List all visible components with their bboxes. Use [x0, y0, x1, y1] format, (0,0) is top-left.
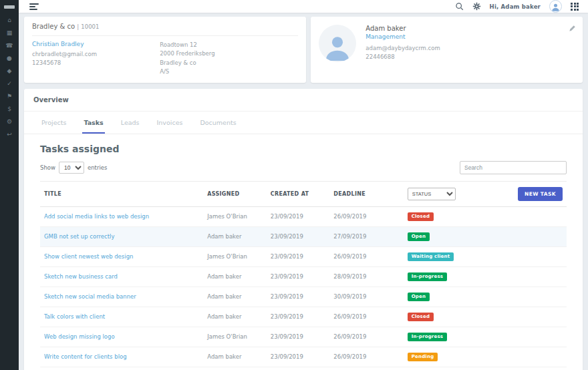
company-number: 10001 [81, 23, 99, 30]
cell-created: 23/09/2019 [267, 246, 330, 266]
cell-assigned: Adam baker [203, 287, 267, 307]
task-title-link[interactable]: Sketch new social media banner [44, 293, 136, 300]
tab-tasks[interactable]: Tasks [82, 112, 104, 134]
status-filter-select[interactable]: STATUS [408, 188, 456, 200]
user-card: Adam baker Management adam@daybydaycrm.c… [311, 17, 583, 83]
tab-documents[interactable]: Documents [198, 112, 237, 134]
table-row: Show client newest web designJames O'Bri… [40, 246, 567, 266]
task-title-link[interactable]: Write content for clients blog [44, 353, 127, 360]
new-task-button[interactable]: NEW TASK [518, 187, 563, 201]
cell-assigned: James O'Brian [203, 246, 267, 266]
logout-icon[interactable]: ↩ [0, 131, 19, 138]
clients-icon[interactable]: ☎ [0, 42, 19, 49]
client-card: Bradley & co | 10001 Christian Bradley c… [24, 17, 306, 83]
tab-leads[interactable]: Leads [120, 112, 141, 134]
dashboard-icon[interactable]: ⌂ [0, 17, 19, 23]
show-label: Show [40, 164, 55, 171]
user-role-link[interactable]: Management [365, 33, 440, 40]
edit-pencil-icon[interactable] [569, 22, 576, 35]
entries-label: entries [88, 164, 107, 171]
cell-created: 23/09/2019 [267, 307, 330, 327]
tasks-icon[interactable]: ✓ [0, 80, 19, 87]
cell-deadline: 27/09/2019 [329, 226, 403, 246]
table-row: Add social media links to web designJame… [40, 206, 567, 226]
cell-deadline: 30/09/2019 [329, 287, 403, 307]
address-line: A/S [160, 67, 298, 76]
cell-assigned: James O'Brian [203, 327, 267, 347]
table-row: GMB not set up correctlyAdam baker23/09/… [40, 226, 567, 246]
gear-icon[interactable] [472, 2, 481, 11]
contacts-icon[interactable]: ● [0, 55, 19, 61]
cell-created: 23/09/2019 [267, 206, 330, 226]
cell-deadline: 26/09/2019 [329, 327, 403, 347]
status-badge: Pending [408, 353, 438, 361]
show-entries-control: Show 10 entries [40, 162, 107, 174]
avatar[interactable] [549, 0, 562, 13]
cell-created: 23/09/2019 [267, 226, 330, 246]
user-name: Adam baker [365, 25, 440, 32]
task-title-link[interactable]: Add social media links to web design [44, 213, 149, 220]
sidebar-nav: ⌂▦☎●◆✓⚑$⚙↩ [0, 17, 19, 138]
status-badge: In-progress [408, 333, 448, 341]
address-line: 2000 Frederiksberg [160, 49, 298, 58]
app-window: ⌂▦☎●◆✓⚑$⚙↩ Hi, Adam baker [0, 0, 588, 370]
task-title-link[interactable]: GMB not set up correctly [44, 233, 114, 240]
status-badge: Waiting client [408, 252, 454, 261]
cell-created: 23/09/2019 [267, 287, 330, 307]
cell-assigned: Adam baker [203, 266, 267, 287]
task-title-link[interactable]: Show client newest web design [44, 253, 133, 260]
user-email: adam@daybydaycrm.com [365, 44, 440, 53]
menu-toggle-icon[interactable] [29, 2, 40, 11]
column-header-created-at[interactable]: CREATED AT [267, 181, 330, 206]
apps-grid-icon[interactable] [571, 3, 579, 11]
section-title: Tasks assigned [40, 144, 567, 154]
address-line: Bradley & co [160, 59, 298, 67]
address-line: Roadtown 12 [160, 41, 298, 49]
user-avatar [319, 25, 356, 62]
table-row: Web design missing logoJames O'Brian23/0… [40, 327, 567, 347]
column-header-deadline[interactable]: DEADLINE [329, 181, 403, 206]
content-area: Bradley & co | 10001 Christian Bradley c… [19, 13, 588, 370]
company-separator: | [77, 23, 79, 30]
table-row: Write content for clients blogAdam baker… [40, 347, 567, 367]
calendar-icon[interactable]: ▦ [0, 29, 19, 36]
column-header-title[interactable]: TITLE [40, 181, 203, 206]
table-row: Sketch new social media bannerAdam baker… [40, 287, 567, 307]
cell-deadline: 26/09/2019 [329, 246, 403, 266]
search-input[interactable] [460, 161, 567, 174]
cell-created: 23/09/2019 [267, 347, 330, 367]
status-badge: In-progress [408, 272, 448, 281]
cell-created: 23/09/2019 [267, 266, 330, 287]
entries-select[interactable]: 10 [59, 162, 84, 174]
tab-projects[interactable]: Projects [40, 112, 67, 134]
task-title-link[interactable]: Sketch new business card [44, 273, 118, 280]
user-greeting: Hi, Adam baker [490, 3, 541, 10]
tab-invoices[interactable]: Invoices [156, 112, 184, 134]
cell-deadline: 26/09/2019 [329, 206, 403, 226]
client-card-title: Bradley & co | 10001 [32, 23, 298, 36]
cell-assigned: Adam baker [203, 347, 267, 367]
settings-icon[interactable]: ⚙ [0, 118, 19, 125]
table-row: Talk colors with clientAdam baker23/09/2… [40, 307, 567, 327]
contact-phone: 12345678 [32, 59, 160, 67]
cell-assigned: Adam baker [203, 226, 267, 246]
app-logo[interactable] [4, 5, 15, 9]
cell-assigned: James O'Brian [203, 206, 267, 226]
cell-assigned: Adam baker [203, 307, 267, 327]
contact-name-link[interactable]: Christian Bradley [32, 41, 160, 47]
leads-icon[interactable]: ⚑ [0, 93, 19, 100]
top-bar: Hi, Adam baker [19, 0, 588, 13]
task-title-link[interactable]: Talk colors with client [44, 313, 105, 320]
cell-deadline: 26/09/2019 [329, 347, 403, 367]
status-badge: Open [408, 232, 430, 241]
column-header-assigned[interactable]: ASSIGNED [203, 181, 267, 206]
search-icon[interactable] [455, 2, 464, 11]
overview-title: Overview [24, 89, 583, 112]
contact-email: chrbradlet@gmail.com [32, 50, 160, 59]
task-title-link[interactable]: Web design missing logo [44, 333, 115, 340]
status-badge: Closed [408, 212, 434, 221]
cell-deadline: 26/09/2019 [329, 307, 403, 327]
projects-icon[interactable]: ◆ [0, 67, 19, 74]
cell-deadline: 28/09/2019 [329, 266, 403, 287]
invoices-icon[interactable]: $ [0, 106, 19, 112]
